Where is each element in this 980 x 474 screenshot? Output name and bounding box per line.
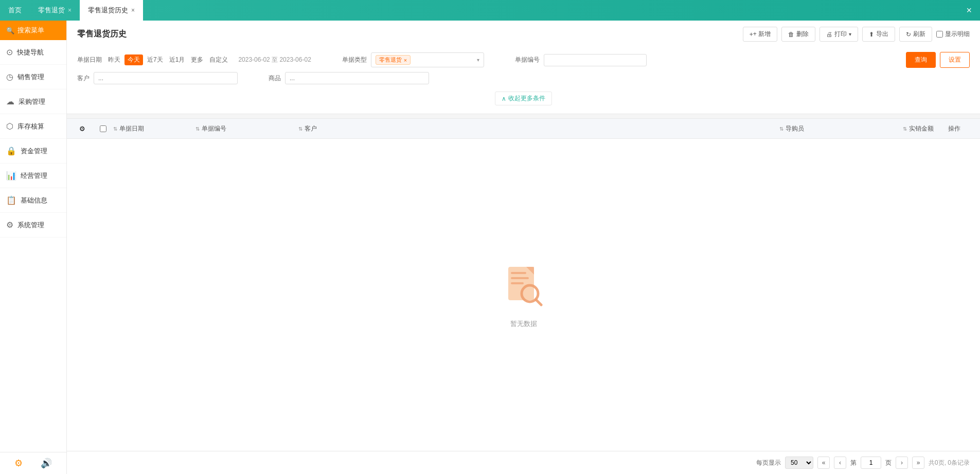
tab-retail-return-history-close[interactable]: ×	[131, 7, 135, 14]
tab-retail-return-close[interactable]: ×	[68, 7, 72, 14]
settings-button[interactable]: 设置	[940, 52, 970, 68]
doc-no-label: 单据编号	[515, 56, 540, 64]
audio-icon[interactable]: 🔊	[41, 458, 52, 469]
doc-type-filter: 单据类型 零售退货 × ▾	[342, 52, 484, 67]
search-icon: 🔍	[6, 27, 14, 34]
sort-icon-no: ⇅	[195, 126, 200, 132]
doc-type-select-arrow: ▾	[477, 57, 479, 63]
date-filter: 单据日期 昨天 今天 近7天 近1月 更多 自定义 2023-06-02 至 2…	[77, 54, 311, 65]
prev-page-button[interactable]: ‹	[834, 457, 846, 469]
basic-info-icon: 📋	[6, 195, 16, 205]
sidebar: 🔍 搜索菜单 ⊙ 快捷导航 ◷ 销售管理 ☁ 采购管理 ⬡ 库存核算 🔒 资金	[0, 21, 67, 474]
col-no[interactable]: ⇅ 单据编号	[195, 124, 298, 133]
toolbar: + + 新增 🗑 删除 🖨 打印 ▾ ⬆ 导出	[743, 27, 970, 42]
delete-button[interactable]: 🗑 删除	[781, 27, 815, 42]
pagination: 每页显示 10 20 50 100 « ‹ 第 页 › » 共0页, 0条记录	[67, 451, 980, 474]
doc-type-select[interactable]: 零售退货 × ▾	[371, 52, 484, 67]
sidebar-item-quick-nav[interactable]: ⊙ 快捷导航	[0, 40, 66, 65]
date-btn-yesterday[interactable]: 昨天	[106, 54, 122, 65]
content-area: 零售退货历史 + + 新增 🗑 删除 🖨 打印 ▾	[67, 21, 980, 474]
column-settings-icon[interactable]: ⚙	[79, 125, 85, 133]
window-close-button[interactable]: ×	[958, 5, 980, 16]
col-check[interactable]	[93, 125, 113, 132]
table-container: ⚙ ⇅ 单据日期 ⇅ 单据编号 ⇅ 客户 ⇅	[67, 118, 980, 474]
date-range: 2023-06-02 至 2023-06-02	[238, 56, 311, 64]
sidebar-item-finance-mgmt[interactable]: 🔒 资金管理	[0, 139, 66, 163]
date-btn-more[interactable]: 更多	[189, 54, 205, 65]
add-icon: +	[750, 31, 753, 38]
refresh-icon: ↻	[906, 31, 911, 38]
select-all-checkbox[interactable]	[100, 125, 106, 132]
page-size-select[interactable]: 10 20 50 100	[785, 457, 813, 469]
tab-retail-return-history[interactable]: 零售退货历史 ×	[80, 0, 143, 21]
date-shortcuts: 昨天 今天 近7天 近1月 更多 自定义	[106, 54, 230, 65]
refresh-button[interactable]: ↻ 刷新	[899, 27, 932, 42]
inventory-icon: ⬡	[6, 121, 13, 131]
show-detail-checkbox-label[interactable]: 显示明细	[936, 30, 970, 39]
page-total-info: 共0页, 0条记录	[929, 459, 970, 467]
page-title-row: 零售退货历史 + + 新增 🗑 删除 🖨 打印 ▾	[77, 27, 970, 42]
sidebar-item-ops-mgmt[interactable]: 📊 经营管理	[0, 163, 66, 188]
sidebar-footer: ⚙ 🔊	[0, 452, 66, 474]
filter-area: 单据日期 昨天 今天 近7天 近1月 更多 自定义 2023-06-02 至 2…	[77, 47, 970, 114]
col-settings[interactable]: ⚙	[72, 125, 93, 133]
doc-type-tag-remove[interactable]: ×	[404, 57, 407, 63]
next-page-button[interactable]: ›	[896, 457, 908, 469]
sales-icon: ◷	[6, 72, 13, 82]
collapse-button[interactable]: ∧ 收起更多条件	[495, 92, 552, 105]
finance-icon: 🔒	[6, 146, 16, 156]
empty-state: 暂无数据	[67, 139, 980, 451]
doc-type-label: 单据类型	[342, 56, 367, 64]
sidebar-search[interactable]: 🔍 搜索菜单	[0, 21, 66, 40]
svg-rect-2	[511, 277, 529, 279]
col-date[interactable]: ⇅ 单据日期	[113, 124, 195, 133]
svg-line-5	[536, 300, 541, 305]
date-btn-custom[interactable]: 自定义	[207, 54, 230, 65]
date-btn-1month[interactable]: 近1月	[167, 54, 187, 65]
query-button[interactable]: 查询	[906, 52, 936, 68]
date-btn-7days[interactable]: 近7天	[145, 54, 165, 65]
sort-icon-amount: ⇅	[903, 126, 907, 132]
page-number-input[interactable]	[861, 457, 881, 469]
sidebar-item-sales-mgmt[interactable]: ◷ 销售管理	[0, 65, 66, 89]
filter-row-2: 客户 商品	[77, 72, 970, 84]
goods-filter: 商品	[269, 72, 429, 84]
col-customer[interactable]: ⇅ 客户	[298, 124, 779, 133]
page-label: 页	[885, 459, 892, 467]
tab-home[interactable]: 首页	[0, 0, 30, 21]
new-button[interactable]: + + 新增	[743, 27, 777, 42]
sys-mgmt-icon: ⚙	[6, 220, 13, 230]
print-icon: 🖨	[826, 31, 832, 38]
customer-input[interactable]	[94, 72, 238, 84]
print-dropdown-icon: ▾	[849, 31, 851, 37]
customer-filter: 客户	[77, 72, 238, 84]
quick-nav-icon: ⊙	[6, 47, 13, 57]
show-detail-checkbox[interactable]	[936, 31, 943, 38]
ops-icon: 📊	[6, 171, 16, 180]
print-button[interactable]: 🖨 打印 ▾	[819, 27, 858, 42]
doc-no-input[interactable]	[544, 54, 647, 66]
doc-type-tag: 零售退货 ×	[376, 55, 411, 65]
page-size-label: 每页显示	[756, 459, 781, 467]
purchase-icon: ☁	[6, 97, 14, 106]
goods-input[interactable]	[285, 72, 429, 84]
export-button[interactable]: ⬆ 导出	[862, 27, 895, 42]
col-guide[interactable]: ⇅ 导购员	[779, 124, 862, 133]
page-header: 零售退货历史 + + 新增 🗑 删除 🖨 打印 ▾	[67, 21, 980, 114]
sidebar-item-inventory[interactable]: ⬡ 库存核算	[0, 114, 66, 139]
last-page-button[interactable]: »	[912, 457, 924, 469]
sidebar-menu: ⊙ 快捷导航 ◷ 销售管理 ☁ 采购管理 ⬡ 库存核算 🔒 资金管理 📊 经营管	[0, 40, 66, 452]
col-amount[interactable]: ⇅ 实销金额	[862, 124, 934, 133]
page-title: 零售退货历史	[77, 29, 127, 40]
sidebar-item-purchase-mgmt[interactable]: ☁ 采购管理	[0, 89, 66, 114]
empty-illustration	[498, 262, 549, 313]
sidebar-item-basic-info[interactable]: 📋 基础信息	[0, 188, 66, 213]
tab-retail-return[interactable]: 零售退货 ×	[30, 0, 80, 21]
customer-label: 客户	[77, 74, 90, 83]
sidebar-item-sys-mgmt[interactable]: ⚙ 系统管理	[0, 213, 66, 238]
settings-icon[interactable]: ⚙	[14, 458, 23, 469]
date-btn-today[interactable]: 今天	[124, 54, 143, 65]
filter-row-1: 单据日期 昨天 今天 近7天 近1月 更多 自定义 2023-06-02 至 2…	[77, 52, 970, 68]
top-bar: 首页 零售退货 × 零售退货历史 × ×	[0, 0, 980, 21]
first-page-button[interactable]: «	[817, 457, 830, 469]
